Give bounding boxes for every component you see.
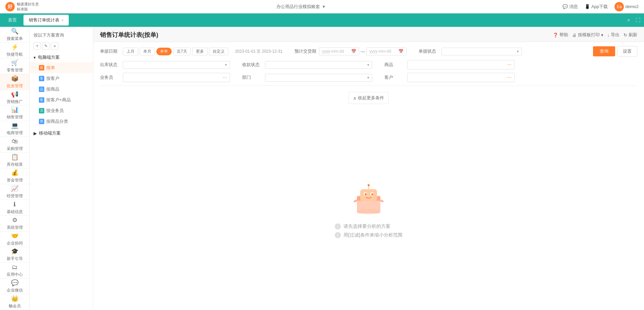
wechat-icon: 💬 — [11, 279, 18, 287]
sidebar-item-system[interactable]: ⚙ 系统管理 — [0, 216, 29, 231]
hint-1-text: 请先选择要分析的方案 — [343, 223, 390, 229]
customer-select[interactable]: ··· — [407, 73, 515, 82]
maximize-btn[interactable]: ⛶ — [635, 17, 641, 23]
sidebar-item-wechat[interactable]: 💬 企业微信 — [0, 278, 29, 294]
date-btn-custom[interactable]: 自定义 — [209, 48, 228, 55]
empty-hint-2: 2 用[过滤]条件来缩小分析范围 — [335, 232, 402, 238]
customer-more-dots[interactable]: ··· — [507, 74, 512, 81]
user-info[interactable]: Ea demo2 — [614, 2, 639, 11]
calendar-icon: 📅 — [351, 49, 356, 54]
tab-home[interactable]: 首页 — [3, 15, 22, 25]
app-download-btn[interactable]: 📱 App下载 — [585, 4, 608, 10]
department-select[interactable]: ▾ — [265, 74, 372, 82]
desktop-schemes-header[interactable]: ▾ 电脑端方案 — [30, 52, 93, 62]
out-status-arrow: ▾ — [225, 63, 227, 67]
tab-home-label: 首页 — [8, 17, 17, 23]
add-scheme-btn[interactable]: + — [34, 42, 41, 50]
date-btn-this-year[interactable]: 本年 — [156, 48, 172, 55]
minimize-btn[interactable]: × — [625, 17, 632, 23]
inventory-icon: 📋 — [11, 153, 18, 161]
setting-btn[interactable]: 设置 — [617, 46, 637, 57]
logo-text: 畅捷通好生意 标准版 — [17, 2, 39, 11]
basic-icon: ℹ — [13, 201, 16, 208]
status-select[interactable]: ▾ — [441, 48, 522, 55]
print-btn[interactable]: 🖨 按模板打印 ▾ — [572, 32, 603, 38]
desktop-section-label: 电脑端方案 — [38, 54, 60, 60]
edit-scheme-btn[interactable]: ✎ — [42, 42, 50, 50]
sidebar-item-quick-nav[interactable]: ⚡ 快捷导航 — [0, 43, 29, 58]
product-more-dots[interactable]: ··· — [507, 62, 512, 68]
menu-item-by-category[interactable]: 类 按商品分类 — [30, 116, 93, 127]
help-btn[interactable]: ❓ 帮助 — [553, 32, 568, 38]
newbie-icon: 🎓 — [11, 248, 18, 255]
sidebar-item-enterprise[interactable]: 🤝 企业协同 — [0, 231, 29, 247]
menu-item-by-customer[interactable]: 客 按客户 — [30, 73, 93, 84]
collapse-panel-btn[interactable]: « — [51, 42, 58, 50]
sidebar-item-appstore[interactable]: 🗂 应用中心 — [0, 263, 29, 278]
empty-area: 1 请先选择要分析的方案 2 用[过滤]条件来缩小分析范围 — [93, 111, 644, 310]
sidebar-item-sales[interactable]: 📊 销售管理 — [0, 105, 29, 121]
main-layout: 🔍 搜索菜单 ⚡ 快捷导航 🛒 零售管理 📦 批发管理 📢 营销推广 📊 销售管… — [0, 27, 644, 310]
date-btn-this-month[interactable]: 本月 — [140, 48, 155, 55]
by-product-icon: 品 — [39, 87, 44, 92]
expected-date-end[interactable]: yyyy-mm-dd 📅 — [366, 47, 407, 55]
message-btn[interactable]: 💬 消息 — [562, 4, 578, 10]
empty-hint-1: 1 请先选择要分析的方案 — [335, 223, 402, 229]
sidebar-item-ecommerce[interactable]: 💻 电商管理 — [0, 121, 29, 137]
product-select[interactable]: ··· — [407, 60, 515, 69]
sidebar-search-label: 搜索菜单 — [7, 36, 23, 42]
date-btn-more[interactable]: 更多 — [192, 48, 208, 55]
page-title: 销售订单统计表(按单) — [100, 31, 158, 39]
date-btn-7days[interactable]: 近7天 — [173, 48, 191, 55]
sidebar-item-wholesale[interactable]: 📦 批发管理 — [0, 74, 29, 90]
collapse-icon: « — [54, 44, 56, 48]
date-btn-last-month[interactable]: 上月 — [123, 48, 138, 55]
status-dropdown-arrow: ▾ — [517, 49, 519, 54]
sales-icon: 📊 — [11, 106, 18, 113]
menu-item-by-salesperson[interactable]: 员 按业务员 — [30, 105, 93, 116]
payment-status-label: 收款状态 — [242, 62, 262, 68]
tab-close-icon[interactable]: × — [61, 18, 63, 22]
sidebar-item-retail[interactable]: 🛒 零售管理 — [0, 58, 29, 74]
left-panel-actions: + ✎ « — [30, 41, 93, 51]
sidebar-item-newbie[interactable]: 🎓 新手引导 — [0, 247, 29, 263]
collapse-arrow-icon: ∧ — [353, 96, 357, 101]
collapse-conditions-label: 收起更多条件 — [358, 95, 384, 101]
export-btn[interactable]: ↓ 导出 — [607, 32, 620, 38]
out-status-item: 出库状态 ▾ — [100, 61, 230, 69]
sidebar-item-search[interactable]: 🔍 搜索菜单 — [0, 27, 29, 43]
salesperson-more-dots[interactable]: ··· — [223, 74, 227, 81]
sidebar-item-basic[interactable]: ℹ 基础信息 — [0, 200, 29, 216]
salesperson-select[interactable]: ··· — [123, 73, 230, 82]
content-area: 按以下方案查询 + ✎ « ▾ 电脑端方案 按 — [30, 27, 644, 310]
by-customer-product-icon: 客 — [39, 97, 44, 103]
sidebar-marketing-label: 营销推广 — [7, 99, 23, 105]
export-icon: ↓ — [607, 33, 610, 38]
sidebar-item-inventory[interactable]: 📋 库存核算 — [0, 153, 29, 168]
logo-area: 好 畅捷通好生意 标准版 — [5, 2, 39, 11]
company-dropdown-arrow[interactable]: ▾ — [323, 4, 325, 9]
customer-item: 客户 ··· — [384, 73, 515, 82]
menu-item-by-order[interactable]: 按 按单 — [30, 62, 93, 73]
tab-sales-order[interactable]: 销售订单统计表 × — [23, 15, 69, 25]
sidebar-item-member[interactable]: 👑 畅会员 — [0, 294, 29, 310]
sidebar-item-finance[interactable]: 💰 资金管理 — [0, 168, 29, 184]
sidebar-item-operation[interactable]: 📈 经营管理 — [0, 184, 29, 200]
mobile-schemes-header[interactable]: ▶ 移动端方案 — [30, 128, 93, 138]
payment-status-select[interactable]: ▾ — [265, 61, 372, 69]
top-bar-left: 好 畅捷通好生意 标准版 — [5, 2, 39, 11]
by-order-icon: 按 — [39, 65, 44, 70]
out-status-select[interactable]: ▾ — [123, 61, 230, 69]
expected-date-start[interactable]: yyyy-mm-dd 📅 — [319, 47, 359, 55]
message-label: 消息 — [569, 4, 578, 10]
hint-1-num: 1 — [335, 223, 341, 229]
collapse-conditions-btn[interactable]: ∧ 收起更多条件 — [348, 92, 389, 104]
menu-item-by-product[interactable]: 品 按商品 — [30, 84, 93, 95]
status-label: 单据状态 — [419, 48, 439, 54]
refresh-btn[interactable]: ↻ 刷新 — [624, 32, 637, 38]
query-btn[interactable]: 查询 — [593, 46, 615, 56]
menu-item-by-customer-product[interactable]: 客 按客户+商品 — [30, 95, 93, 105]
sidebar-item-marketing[interactable]: 📢 营销推广 — [0, 90, 29, 106]
sidebar-item-purchase[interactable]: 🛍 采购管理 — [0, 137, 29, 153]
date-filter-item: 单据日期 上月 本月 本年 近7天 更多 自定义 — [100, 48, 228, 55]
